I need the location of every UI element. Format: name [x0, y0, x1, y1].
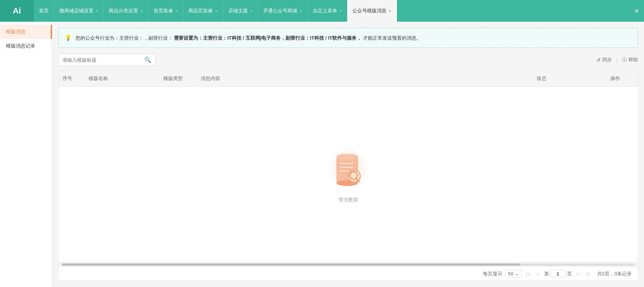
sidebar: 模版消息模版消息记录	[0, 22, 52, 287]
nav-tab-7[interactable]: 自定义菜单×	[308, 0, 347, 22]
search-input-wrap: 🔍	[58, 54, 155, 66]
scrollbar-thumb[interactable]	[62, 263, 520, 266]
nav-tab-8[interactable]: 公众号模版消息×	[347, 0, 397, 22]
sidebar-item-1[interactable]: 模版消息记录	[0, 39, 52, 53]
page-input-wrap: 第 页	[544, 270, 572, 278]
page-size-value: 50	[508, 271, 513, 277]
next-page-button[interactable]: >	[575, 271, 581, 277]
notice-icon: 💡	[65, 34, 72, 41]
sync-button[interactable]: ↺ 同步	[597, 57, 612, 63]
prev-page-button[interactable]: <	[535, 271, 541, 277]
th-status: 状态	[533, 71, 593, 86]
logo-text: Ai	[13, 6, 21, 16]
empty-illustration	[326, 146, 371, 190]
nav-tabs: 首页微商城店铺设置×商品分类设置×首页装修×商品页装修×店铺主题×开通公众号商城…	[34, 0, 629, 22]
tab-close-icon-2[interactable]: ×	[140, 9, 142, 13]
th-seq: 序号	[59, 71, 85, 86]
nav-tab-6[interactable]: 开通公众号商城×	[258, 0, 307, 22]
help-icon: ⓘ	[622, 57, 627, 63]
search-right: ↺ 同步 | ⓘ 帮助	[597, 57, 638, 63]
help-button[interactable]: ⓘ 帮助	[622, 57, 638, 63]
page-unit-label: 页	[567, 271, 572, 277]
search-input[interactable]	[59, 57, 141, 63]
tab-close-icon-1[interactable]: ×	[96, 9, 98, 13]
page-total: 共0页，0条记录	[597, 271, 632, 277]
content-area: 💡 您的公众号行业为：主营行业：，副营行业： 需要设置为：主营行业：IT科技 /…	[52, 22, 644, 287]
page-di-label: 第	[544, 271, 549, 277]
scrollbar-track	[62, 263, 635, 266]
tab-close-icon-7[interactable]: ×	[339, 9, 342, 13]
table-header: 序号 模版名称 模版类型 消息内容 状态 操作	[59, 71, 638, 87]
nav-tab-3[interactable]: 首页装修×	[148, 0, 183, 22]
tab-close-icon-4[interactable]: ×	[215, 9, 217, 13]
nav-tab-2[interactable]: 商品分类设置×	[104, 0, 148, 22]
search-button[interactable]: 🔍	[141, 57, 155, 63]
th-content: 消息内容	[197, 71, 533, 86]
page-size-label: 每页显示	[483, 271, 502, 277]
empty-text: 暂无数据	[339, 196, 358, 203]
sidebar-item-0[interactable]: 模版消息	[0, 25, 52, 39]
last-page-button[interactable]: >|	[584, 271, 591, 277]
tab-close-icon-5[interactable]: ×	[250, 9, 252, 13]
logo: Ai	[0, 0, 34, 22]
nav-tab-1[interactable]: 微商城店铺设置×	[54, 0, 104, 22]
th-action: 操作	[593, 71, 638, 86]
page-number-input[interactable]	[551, 270, 566, 278]
sync-label: 同步	[602, 57, 612, 63]
search-bar: 🔍 ↺ 同步 | ⓘ 帮助	[58, 54, 638, 66]
th-type: 模版类型	[160, 71, 197, 86]
tab-close-icon-3[interactable]: ×	[175, 9, 178, 13]
first-page-button[interactable]: |<	[525, 271, 532, 277]
data-table: 序号 模版名称 模版类型 消息内容 状态 操作	[58, 70, 638, 281]
notice-box: 💡 您的公众号行业为：主营行业：，副营行业： 需要设置为：主营行业：IT科技 /…	[58, 28, 638, 48]
chevron-down-icon: ⌄	[515, 271, 519, 277]
notice-prefix: 您的公众号行业为：主营行业：，副营行业：	[76, 35, 173, 41]
page-size-select[interactable]: 50 ⌄	[505, 270, 521, 278]
nav-tab-4[interactable]: 商品页装修×	[183, 0, 223, 22]
top-nav: Ai 首页微商城店铺设置×商品分类设置×首页装修×商品页装修×店铺主题×开通公众…	[0, 0, 644, 22]
main-layout: 模版消息模版消息记录 💡 您的公众号行业为：主营行业：，副营行业： 需要设置为：…	[0, 22, 644, 287]
th-name: 模版名称	[85, 71, 160, 86]
sync-icon: ↺	[597, 57, 601, 63]
close-all-button[interactable]: ✕	[629, 0, 644, 22]
svg-point-2	[336, 154, 358, 160]
notice-suffix: 才能正常发送预置的消息。	[363, 35, 421, 41]
horizontal-scrollbar[interactable]	[59, 262, 638, 266]
tab-close-icon-6[interactable]: ×	[299, 9, 302, 13]
empty-state: 暂无数据	[59, 87, 638, 262]
help-label: 帮助	[628, 57, 638, 63]
nav-tab-0[interactable]: 首页	[34, 0, 54, 22]
pagination: 每页显示 50 ⌄ |< < 第 页 > >| 共0页，0条记录	[59, 266, 638, 281]
divider: |	[616, 57, 617, 63]
nav-tab-5[interactable]: 店铺主题×	[223, 0, 258, 22]
tab-close-icon-8[interactable]: ×	[389, 9, 391, 13]
notice-highlight: 需要设置为：主营行业：IT科技 / 互联网|电子商务，副营行业：IT科技 / I…	[174, 35, 361, 41]
